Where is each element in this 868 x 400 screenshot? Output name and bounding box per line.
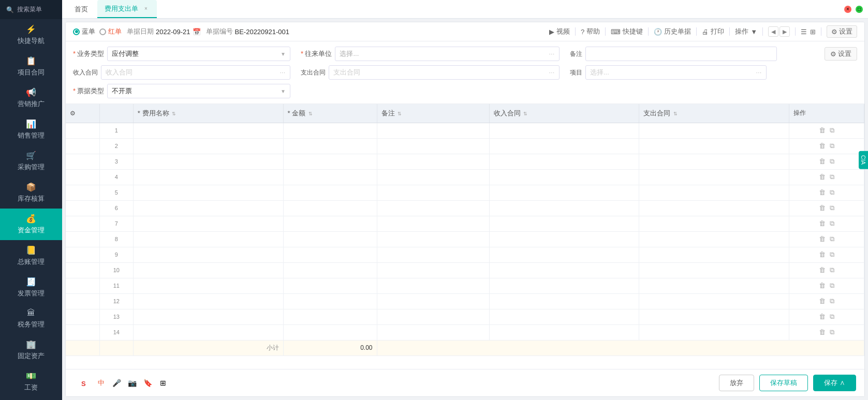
- row-remark[interactable]: [377, 231, 489, 247]
- delete-row-icon[interactable]: 🗑: [818, 156, 827, 166]
- row-name[interactable]: [133, 216, 283, 231]
- row-name[interactable]: [133, 324, 283, 340]
- zhong-icon[interactable]: 中: [95, 377, 107, 389]
- row-amount[interactable]: [283, 262, 377, 278]
- print-btn[interactable]: 🖨 打印: [702, 27, 724, 36]
- th-expense[interactable]: 支出合同 ⇅: [639, 104, 789, 123]
- copy-row-icon[interactable]: ⧉: [829, 141, 835, 151]
- row-name[interactable]: [133, 293, 283, 309]
- delete-row-icon[interactable]: 🗑: [818, 125, 827, 135]
- copy-row-icon[interactable]: ⧉: [829, 296, 835, 306]
- row-remark[interactable]: [377, 138, 489, 154]
- row-amount[interactable]: [283, 324, 377, 340]
- history-btn[interactable]: 🕐 历史单据: [654, 27, 691, 36]
- invoice-type-input[interactable]: 不开票 ▼: [107, 84, 290, 98]
- row-income-contract[interactable]: [489, 154, 639, 169]
- sidebar-item-biz-mgmt[interactable]: 📈 经营管理: [0, 397, 62, 400]
- photo-icon[interactable]: 📷: [126, 377, 138, 389]
- row-name[interactable]: [133, 309, 283, 324]
- calendar-icon[interactable]: 📅: [193, 28, 201, 36]
- row-income-contract[interactable]: [489, 309, 639, 324]
- copy-row-icon[interactable]: ⧉: [829, 125, 835, 135]
- copy-row-icon[interactable]: ⧉: [829, 203, 835, 213]
- row-income-contract[interactable]: [489, 123, 639, 138]
- prev-btn[interactable]: ◀: [768, 26, 778, 37]
- copy-row-icon[interactable]: ⧉: [829, 312, 835, 321]
- save-draft-button[interactable]: 保存草稿: [759, 375, 808, 391]
- row-expense-contract[interactable]: [639, 154, 789, 169]
- delete-row-icon[interactable]: 🗑: [818, 218, 827, 228]
- delete-row-icon[interactable]: 🗑: [818, 187, 827, 197]
- video-btn[interactable]: ▶ 视频: [549, 27, 570, 36]
- row-name[interactable]: [133, 200, 283, 216]
- row-name[interactable]: [133, 123, 283, 138]
- row-expense-contract[interactable]: [639, 185, 789, 200]
- row-remark[interactable]: [377, 216, 489, 231]
- grid-icon[interactable]: ⊞: [157, 377, 169, 389]
- delete-row-icon[interactable]: 🗑: [818, 203, 827, 213]
- blue-bill-radio[interactable]: 蓝单: [73, 27, 95, 36]
- row-amount[interactable]: [283, 154, 377, 169]
- tab-expense[interactable]: 费用支出单 ×: [97, 0, 157, 18]
- copy-row-icon[interactable]: ⧉: [829, 280, 835, 290]
- copy-row-icon[interactable]: ⧉: [829, 218, 835, 228]
- project-input[interactable]: 选择... ···: [585, 65, 767, 80]
- copy-row-icon[interactable]: ⧉: [829, 156, 835, 166]
- row-expense-contract[interactable]: [639, 138, 789, 154]
- row-remark[interactable]: [377, 278, 489, 293]
- row-amount[interactable]: [283, 185, 377, 200]
- row-remark[interactable]: [377, 185, 489, 200]
- th-name[interactable]: * 费用名称 ⇅: [133, 104, 283, 123]
- row-amount[interactable]: [283, 138, 377, 154]
- row-income-contract[interactable]: [489, 247, 639, 262]
- delete-row-icon[interactable]: 🗑: [818, 280, 827, 290]
- tab-home[interactable]: 首页: [67, 0, 95, 18]
- copy-row-icon[interactable]: ⧉: [829, 234, 835, 244]
- delete-row-icon[interactable]: 🗑: [818, 312, 827, 321]
- row-remark[interactable]: [377, 324, 489, 340]
- red-bill-radio[interactable]: 红单: [99, 27, 122, 36]
- actions-btn[interactable]: 操作 ▼: [735, 27, 757, 36]
- row-remark[interactable]: [377, 309, 489, 324]
- th-setting[interactable]: ⚙: [66, 104, 99, 123]
- row-income-contract[interactable]: [489, 169, 639, 185]
- row-expense-contract[interactable]: [639, 309, 789, 324]
- right-float-tab[interactable]: CIA: [859, 151, 868, 169]
- th-income[interactable]: 收入合同 ⇅: [489, 104, 639, 123]
- row-amount[interactable]: [283, 123, 377, 138]
- row-expense-contract[interactable]: [639, 324, 789, 340]
- sidebar-item-fixed-assets[interactable]: 🏢 固定资产: [0, 334, 62, 366]
- copy-row-icon[interactable]: ⧉: [829, 187, 835, 197]
- row-expense-contract[interactable]: [639, 278, 789, 293]
- row-income-contract[interactable]: [489, 216, 639, 231]
- sidebar-item-quick-nav[interactable]: ⚡ 快捷导航: [0, 19, 62, 51]
- tab-close-icon[interactable]: ×: [142, 5, 150, 12]
- expense-contract-input[interactable]: 支出合同 ···: [329, 65, 560, 80]
- next-btn[interactable]: ▶: [779, 26, 790, 37]
- th-remark[interactable]: 备注 ⇅: [377, 104, 489, 123]
- delete-row-icon[interactable]: 🗑: [818, 234, 827, 244]
- delete-row-icon[interactable]: 🗑: [818, 296, 827, 306]
- row-amount[interactable]: [283, 278, 377, 293]
- row-name[interactable]: [133, 169, 283, 185]
- biz-type-input[interactable]: 应付调整 ▼: [107, 47, 290, 61]
- income-contract-input[interactable]: 收入合同 ···: [101, 65, 290, 80]
- row-name[interactable]: [133, 154, 283, 169]
- th-amount[interactable]: * 金额 ⇅: [283, 104, 377, 123]
- row-name[interactable]: [133, 185, 283, 200]
- row-remark[interactable]: [377, 262, 489, 278]
- delete-row-icon[interactable]: 🗑: [818, 141, 827, 151]
- row-amount[interactable]: [283, 231, 377, 247]
- row-amount[interactable]: [283, 216, 377, 231]
- sidebar-item-purchase-mgmt[interactable]: 🛒 采购管理: [0, 145, 62, 177]
- abandon-button[interactable]: 放弃: [719, 375, 754, 391]
- sidebar-search[interactable]: 🔍 搜索菜单: [0, 0, 62, 19]
- row-name[interactable]: [133, 231, 283, 247]
- row-income-contract[interactable]: [489, 324, 639, 340]
- row-income-contract[interactable]: [489, 262, 639, 278]
- row-income-contract[interactable]: [489, 200, 639, 216]
- view-toggle-list[interactable]: ☰: [801, 28, 807, 36]
- row-amount[interactable]: [283, 200, 377, 216]
- row-name[interactable]: [133, 262, 283, 278]
- copy-row-icon[interactable]: ⧉: [829, 172, 835, 182]
